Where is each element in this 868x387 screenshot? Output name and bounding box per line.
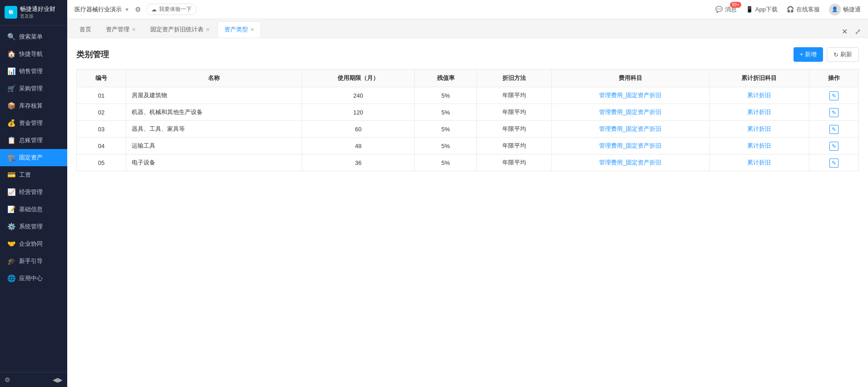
refresh-icon: ↻	[833, 51, 838, 58]
project-selector[interactable]: 医疗器械行业演示 ▼	[74, 5, 129, 14]
sidebar-item-purchase[interactable]: 🛒 采购管理	[0, 80, 67, 97]
refresh-button[interactable]: ↻ 刷新	[827, 47, 859, 62]
finance-icon: 💰	[7, 119, 15, 127]
cell-name[interactable]: 运输工具	[126, 138, 302, 154]
service-label: 在线客服	[796, 5, 820, 14]
tab-asset-type-close-icon[interactable]: ✕	[250, 27, 254, 33]
collapse-icon[interactable]: ◀▶	[53, 376, 63, 383]
page-title: 类别管理	[76, 49, 109, 60]
cell-months: 120	[302, 104, 415, 121]
project-settings-icon[interactable]: ⚙	[135, 5, 141, 14]
cell-months: 60	[302, 121, 415, 138]
user-button[interactable]: 👤 畅捷通	[829, 4, 861, 15]
payroll-icon: 💳	[7, 171, 15, 179]
sidebar-item-search[interactable]: 🔍 搜索菜单	[0, 28, 67, 45]
purchase-icon: 🛒	[7, 84, 15, 93]
expand-tab-button[interactable]: ⤢	[853, 25, 863, 38]
sidebar-item-ledger[interactable]: 📋 总账管理	[0, 132, 67, 149]
cell-name[interactable]: 器具、工具、家具等	[126, 121, 302, 138]
sidebar-item-purchase-label: 采购管理	[19, 84, 43, 93]
table-header-row: 编号 名称 使用期限（月） 残值率 折旧方法 费用科目 累计折旧科目 操作	[77, 69, 859, 87]
app-center-icon: 🌐	[7, 274, 15, 283]
main-area: 医疗器械行业演示 ▼ ⚙ ☁ 我要体验一下 💬 消息 99+ 📱 App下载 🎧…	[67, 0, 868, 387]
col-name: 名称	[126, 69, 302, 87]
tab-fixed-depreciation[interactable]: 固定资产折旧统计表 ✕	[144, 21, 217, 38]
edit-icon[interactable]: ✎	[829, 159, 838, 168]
sidebar-item-app-center-label: 应用中心	[19, 274, 43, 283]
topbar-left: 医疗器械行业演示 ▼ ⚙ ☁ 我要体验一下	[74, 4, 197, 15]
app-download-button[interactable]: 📱 App下载	[746, 5, 778, 14]
sidebar-item-guide[interactable]: 🎓 新手引导	[0, 253, 67, 270]
table-row: 02 机器、机械和其他生产设备 120 5% 年限平均 管理费用_固定资产折旧 …	[77, 104, 859, 121]
table-body: 01 房屋及建筑物 240 5% 年限平均 管理费用_固定资产折旧 累计折旧 ✎…	[77, 87, 859, 171]
cell-expense: 管理费用_固定资产折旧	[551, 154, 709, 171]
col-expense: 费用科目	[551, 69, 709, 87]
col-accumulated: 累计折旧科目	[709, 69, 809, 87]
sidebar: 畅 畅捷通好业财 普及版 🔍 搜索菜单 🏠 快捷导航 📊 销售管理 🛒 采购管理…	[0, 0, 67, 387]
sidebar-item-guide-label: 新手引导	[19, 257, 43, 265]
edit-icon[interactable]: ✎	[829, 142, 838, 151]
tab-asset-type[interactable]: 资产类型 ✕	[218, 21, 261, 38]
message-button[interactable]: 💬 消息 99+	[715, 5, 737, 14]
sidebar-item-inventory[interactable]: 📦 库存核算	[0, 97, 67, 114]
project-name: 医疗器械行业演示	[74, 5, 122, 14]
sidebar-item-operations[interactable]: 📈 经营管理	[0, 184, 67, 201]
tab-asset-mgmt[interactable]: 资产管理 ✕	[99, 21, 143, 38]
sidebar-item-enterprise[interactable]: 🤝 企业协同	[0, 235, 67, 253]
tab-asset-mgmt-close-icon[interactable]: ✕	[132, 27, 136, 33]
sidebar-item-inventory-label: 库存核算	[19, 102, 43, 110]
app-logo: 畅 畅捷通好业财 普及版	[0, 0, 67, 25]
sidebar-item-quick-nav[interactable]: 🏠 快捷导航	[0, 45, 67, 63]
cell-edit[interactable]: ✎	[809, 87, 858, 104]
edit-icon[interactable]: ✎	[829, 91, 838, 100]
sidebar-item-enterprise-label: 企业协同	[19, 240, 43, 248]
online-service-button[interactable]: 🎧 在线客服	[787, 5, 820, 14]
sidebar-item-basic-info-label: 基础信息	[19, 205, 43, 213]
table-row: 04 运输工具 48 5% 年限平均 管理费用_固定资产折旧 累计折旧 ✎	[77, 138, 859, 154]
enterprise-icon: 🤝	[7, 240, 15, 248]
edit-icon[interactable]: ✎	[829, 108, 838, 117]
sidebar-item-app-center[interactable]: 🌐 应用中心	[0, 270, 67, 287]
sales-icon: 📊	[7, 67, 15, 75]
cell-accumulated: 累计折旧	[709, 104, 809, 121]
sidebar-item-payroll[interactable]: 💳 工资	[0, 166, 67, 184]
operations-icon: 📈	[7, 188, 15, 196]
sidebar-item-fixed-assets[interactable]: 🏗️ 固定资产	[0, 149, 67, 166]
sidebar-item-system[interactable]: ⚙️ 系统管理	[0, 218, 67, 235]
topbar: 医疗器械行业演示 ▼ ⚙ ☁ 我要体验一下 💬 消息 99+ 📱 App下载 🎧…	[67, 0, 868, 19]
cell-edit[interactable]: ✎	[809, 154, 858, 171]
cell-edit[interactable]: ✎	[809, 138, 858, 154]
cell-edit[interactable]: ✎	[809, 104, 858, 121]
col-method: 折旧方法	[477, 69, 552, 87]
close-tab-button[interactable]: ✕	[840, 25, 849, 38]
sidebar-nav: 🔍 搜索菜单 🏠 快捷导航 📊 销售管理 🛒 采购管理 📦 库存核算 💰 资金管…	[0, 25, 67, 372]
sidebar-item-basic-info[interactable]: 📝 基础信息	[0, 201, 67, 218]
sidebar-item-fixed-assets-label: 固定资产	[19, 154, 43, 162]
trial-button[interactable]: ☁ 我要体验一下	[146, 4, 197, 15]
sidebar-item-finance[interactable]: 💰 资金管理	[0, 114, 67, 132]
cell-name[interactable]: 机器、机械和其他生产设备	[126, 104, 302, 121]
avatar: 👤	[829, 4, 841, 15]
user-label: 畅捷通	[843, 5, 861, 14]
settings-icon[interactable]: ⚙	[5, 376, 10, 383]
project-chevron-icon: ▼	[124, 7, 129, 12]
logo-title: 畅捷通好业财	[20, 5, 55, 13]
sidebar-item-sales[interactable]: 📊 销售管理	[0, 63, 67, 80]
tabs-actions: ✕ ⤢	[840, 25, 863, 38]
cell-salvage: 5%	[415, 104, 477, 121]
search-icon: 🔍	[7, 33, 15, 41]
col-code: 编号	[77, 69, 126, 87]
cell-salvage: 5%	[415, 154, 477, 171]
tab-home[interactable]: 首页	[73, 21, 98, 38]
sidebar-item-operations-label: 经营管理	[19, 188, 43, 196]
cell-name[interactable]: 房屋及建筑物	[126, 87, 302, 104]
tab-home-label: 首页	[79, 25, 91, 34]
cell-method: 年限平均	[477, 154, 552, 171]
cell-edit[interactable]: ✎	[809, 121, 858, 138]
edit-icon[interactable]: ✎	[829, 125, 838, 134]
cell-name[interactable]: 电子设备	[126, 154, 302, 171]
tab-fixed-depreciation-close-icon[interactable]: ✕	[206, 27, 210, 33]
ledger-icon: 📋	[7, 136, 15, 144]
cell-expense: 管理费用_固定资产折旧	[551, 87, 709, 104]
new-button[interactable]: + 新增	[794, 47, 823, 62]
